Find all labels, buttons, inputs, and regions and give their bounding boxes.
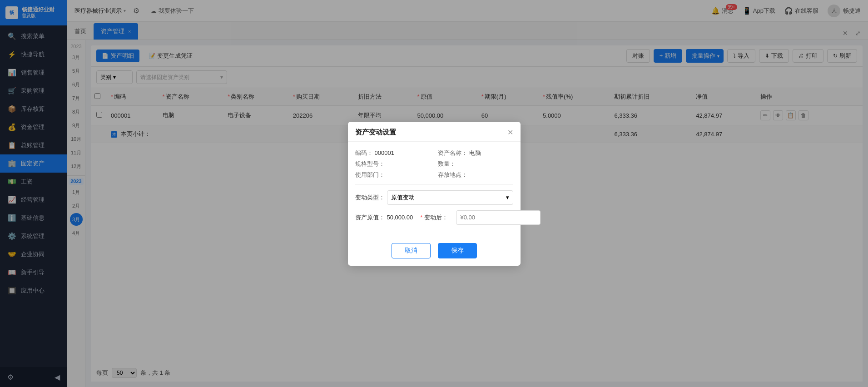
modal-code-row: 编码： 000001 (355, 149, 431, 157)
required-star: * (420, 214, 422, 221)
modal-info-grid: 编码： 000001 资产名称： 电脑 规格型号： 数量： 使用部门： (355, 149, 513, 179)
modal-change-type-label: 变动类型： (355, 194, 387, 202)
modal-spec-row: 规格型号： (355, 160, 431, 168)
asset-change-modal: 资产变动设置 ✕ 编码： 000001 资产名称： 电脑 规格型号： 数量： (348, 122, 521, 266)
modal-close-icon[interactable]: ✕ (507, 128, 513, 137)
modal-code-value: 000001 (375, 149, 394, 156)
modal-dept-row: 使用部门： (355, 171, 431, 179)
change-type-select[interactable]: 原值变动 ▾ (387, 190, 513, 205)
cancel-button[interactable]: 取消 (392, 243, 431, 258)
change-type-chevron-icon: ▾ (506, 194, 509, 201)
modal-quantity-row: 数量： (438, 160, 513, 168)
modal-divider (355, 184, 513, 185)
modal-header: 资产变动设置 ✕ (348, 122, 521, 142)
modal-body: 编码： 000001 资产名称： 电脑 规格型号： 数量： 使用部门： (348, 142, 521, 238)
modal-location-row: 存放地点： (438, 171, 513, 179)
modal-after-change-label: 变动后： (424, 213, 456, 222)
modal-change-type-row: 变动类型： 原值变动 ▾ (355, 190, 513, 205)
after-change-input[interactable] (456, 210, 541, 225)
modal-overlay[interactable]: 资产变动设置 ✕ 编码： 000001 资产名称： 电脑 规格型号： 数量： (0, 0, 868, 387)
modal-asset-name-row: 资产名称： 电脑 (438, 149, 513, 157)
change-type-value: 原值变动 (391, 194, 415, 202)
modal-asset-value-label: 资产原值： (355, 213, 387, 222)
modal-asset-value-value: 50,000.00 (387, 214, 413, 221)
save-button[interactable]: 保存 (438, 243, 477, 258)
modal-asset-value-row: 资产原值： 50,000.00 * 变动后： (355, 210, 513, 225)
modal-footer: 取消 保存 (348, 238, 521, 266)
modal-title: 资产变动设置 (355, 128, 396, 137)
modal-asset-name-value: 电脑 (469, 149, 481, 157)
